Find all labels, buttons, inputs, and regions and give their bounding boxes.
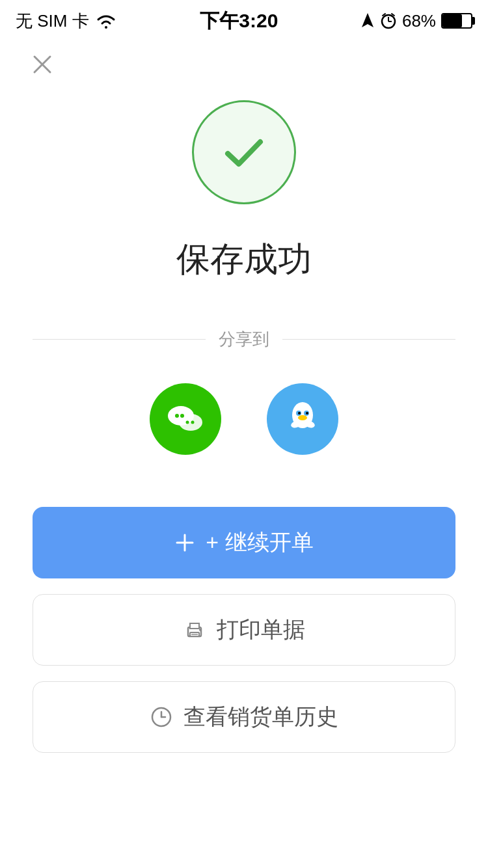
share-icons-row: [33, 383, 455, 455]
clock-icon: [150, 705, 173, 729]
battery-icon: [441, 13, 472, 29]
status-right: 68%: [360, 11, 472, 31]
wifi-icon: [94, 12, 118, 30]
svg-point-18: [298, 412, 301, 414]
svg-point-20: [298, 415, 307, 420]
checkmark-icon: [218, 126, 270, 178]
success-title: 保存成功: [176, 237, 312, 282]
plus-icon: [174, 532, 195, 553]
continue-button[interactable]: + 继续开单: [33, 507, 455, 578]
share-label: 分享到: [219, 328, 269, 351]
svg-point-10: [180, 414, 184, 418]
share-section: 分享到: [0, 328, 488, 507]
qq-icon: [282, 398, 324, 441]
svg-point-12: [191, 420, 194, 424]
location-icon: [360, 12, 375, 30]
print-button-label: 打印单据: [217, 615, 305, 645]
battery-percent: 68%: [402, 11, 436, 31]
divider-right: [282, 339, 455, 340]
wechat-share-button[interactable]: [150, 383, 221, 455]
share-divider: 分享到: [33, 328, 455, 351]
success-area: 保存成功 分享到: [0, 55, 488, 753]
svg-point-19: [306, 412, 308, 414]
success-circle: [192, 100, 296, 204]
status-bar: 无 SIM 卡 下午3:20 68%: [0, 0, 488, 42]
svg-rect-24: [190, 623, 199, 629]
qq-share-button[interactable]: [267, 383, 338, 455]
action-buttons: + 继续开单 打印单据: [0, 507, 488, 753]
history-button-label: 查看销货单历史: [183, 702, 338, 732]
continue-button-label: + 继续开单: [206, 528, 313, 558]
svg-point-11: [185, 420, 189, 424]
wechat-icon: [165, 401, 207, 437]
status-time: 下午3:20: [200, 8, 278, 34]
status-left: 无 SIM 卡: [16, 10, 118, 33]
divider-left: [33, 339, 206, 340]
alarm-icon: [380, 12, 397, 30]
print-button[interactable]: 打印单据: [33, 594, 455, 666]
printer-icon: [183, 618, 206, 642]
close-button[interactable]: [26, 48, 59, 81]
svg-point-27: [199, 629, 202, 631]
no-sim-text: 无 SIM 卡: [16, 10, 89, 33]
main-content: 保存成功 分享到: [0, 42, 488, 753]
history-button[interactable]: 查看销货单历史: [33, 681, 455, 753]
svg-point-9: [175, 414, 179, 418]
